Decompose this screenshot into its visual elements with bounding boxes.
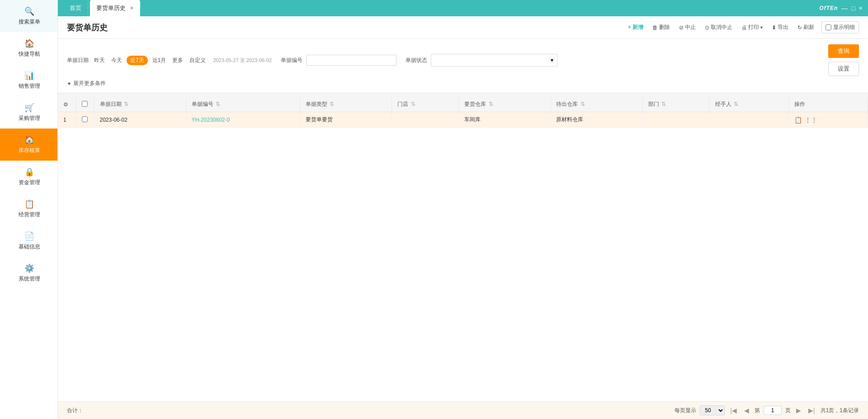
display-detail-checkbox[interactable] (826, 24, 831, 30)
sales-icon: 📊 (24, 71, 34, 81)
doc-no-input[interactable] (306, 55, 396, 66)
finance-icon: 🔒 (24, 167, 34, 177)
sidebar-item-finance-mgmt[interactable]: 🔒 资金管理 (0, 161, 57, 193)
sys-mgmt-icon: ⚙️ (24, 263, 34, 273)
row-doc-date: 2023-06-02 (94, 112, 186, 128)
per-page-select[interactable]: 20 50 100 200 (700, 405, 725, 415)
row-action-container: 📋 ⋮⋮ (794, 116, 862, 124)
maximize-icon[interactable]: □ (851, 5, 855, 12)
col-header-dept: 部门 ⇅ (642, 97, 709, 112)
sort-handler-icon[interactable]: ⇅ (734, 101, 738, 107)
table-area: ⚙ 单据日期 ⇅ 单据编号 ⇅ 单据类型 (58, 97, 868, 401)
window-close-icon[interactable]: × (859, 5, 863, 12)
date-btn-more[interactable]: 更多 (170, 56, 185, 65)
cancel-stop-button[interactable]: ⊙ 取消中止 (703, 24, 734, 31)
row-checkbox-input[interactable] (82, 116, 88, 122)
date-shortcuts: 昨天 今天 近7天 近1月 更多 自定义 (92, 56, 208, 65)
row-pending-warehouse: 原材料仓库 (551, 112, 642, 128)
print-dropdown-icon[interactable]: ▾ (760, 25, 763, 30)
row-edit-icon[interactable]: 📋 (794, 116, 802, 124)
date-btn-yesterday[interactable]: 昨天 (92, 56, 107, 65)
row-store (392, 112, 459, 128)
sort-req-warehouse-icon[interactable]: ⇅ (489, 101, 493, 107)
sidebar-item-sys-mgmt[interactable]: ⚙️ 系统管理 (0, 257, 57, 289)
status-select[interactable]: ▾ (431, 54, 557, 67)
first-page-btn[interactable]: |◀ (728, 406, 739, 415)
last-page-btn[interactable]: ▶| (807, 406, 817, 415)
expand-row: ✦ 展开更多条件 (67, 80, 859, 87)
doc-no-filter: 单据编号 (281, 55, 396, 66)
sidebar-item-ops-mgmt[interactable]: 📋 经营管理 (0, 193, 57, 225)
row-action: 📋 ⋮⋮ (789, 112, 868, 128)
date-btn-1month[interactable]: 近1月 (151, 56, 168, 65)
row-no: 1 (58, 112, 76, 128)
refresh-button[interactable]: ↻ 刷新 (796, 24, 816, 31)
table-header: ⚙ 单据日期 ⇅ 单据编号 ⇅ 单据类型 (58, 97, 868, 112)
search-menu-icon: 🔍 (24, 6, 34, 16)
col-header-handler: 经手人 ⇅ (709, 97, 789, 112)
print-icon: 🖨 (741, 24, 747, 31)
close-tab-icon[interactable]: × (130, 5, 133, 11)
tab-home[interactable]: 首页 (63, 0, 88, 16)
col-header-store: 门店 ⇅ (392, 97, 459, 112)
stop-button[interactable]: ⊘ 中止 (677, 24, 698, 31)
new-button[interactable]: + 新增 (626, 24, 645, 31)
topbar-right: OfTEn — □ × (819, 5, 863, 12)
row-handler (709, 112, 789, 128)
next-page-btn[interactable]: ▶ (794, 406, 803, 415)
doc-no-link[interactable]: YH-20230602-0 (192, 117, 230, 123)
col-header-doc-no: 单据编号 ⇅ (186, 97, 300, 112)
display-detail-button[interactable]: 显示明细 (821, 21, 859, 33)
page-summary: 共1页，1条记录 (821, 407, 859, 414)
sort-doc-no-icon[interactable]: ⇅ (216, 101, 220, 107)
page-input[interactable] (764, 406, 782, 415)
select-all-checkbox[interactable] (82, 101, 88, 107)
toolbar: + 新增 🗑 删除 ⊘ 中止 ⊙ 取消中止 🖨 打印 ▾ (626, 21, 859, 33)
sort-dept-icon[interactable]: ⇅ (661, 101, 666, 107)
delete-icon: 🗑 (652, 24, 658, 31)
total-label: 合计： (67, 407, 83, 414)
settings-column-icon[interactable]: ⚙ (58, 97, 76, 112)
print-button[interactable]: 🖨 打印 ▾ (740, 24, 764, 31)
header-row: ⚙ 单据日期 ⇅ 单据编号 ⇅ 单据类型 (58, 97, 868, 112)
date-filter-label: 单据日期 (67, 57, 89, 64)
date-btn-7days[interactable]: 近7天 (127, 56, 148, 65)
col-header-doc-type: 单据类型 ⇅ (300, 97, 392, 112)
sidebar-item-purchase-mgmt[interactable]: 🛒 采购管理 (0, 96, 57, 129)
sidebar-item-quick-nav[interactable]: 🏠 快捷导航 (0, 32, 57, 64)
sidebar-item-search-menu[interactable]: 🔍 搜索菜单 (0, 0, 57, 32)
topbar: 首页 要货单历史 × OfTEn — □ × (58, 0, 868, 16)
table-footer: 合计： 每页显示 20 50 100 200 |◀ ◀ 第 页 ▶ ▶| 共1页… (58, 401, 868, 419)
doc-no-label: 单据编号 (281, 57, 302, 64)
row-more-icon[interactable]: ⋮⋮ (805, 116, 817, 124)
col-header-req-warehouse: 要货仓库 ⇅ (459, 97, 551, 112)
minimize-icon[interactable]: — (841, 5, 848, 12)
content-area: 要货单历史 + 新增 🗑 删除 ⊘ 中止 ⊙ 取消中止 🖨 (58, 16, 868, 419)
sidebar-item-sales-mgmt[interactable]: 📊 销售管理 (0, 64, 57, 96)
ops-icon: 📋 (24, 199, 34, 209)
row-dept (642, 112, 709, 128)
brand-label: OfTEn (819, 5, 838, 11)
query-button[interactable]: 查询 (828, 44, 859, 58)
quick-nav-icon: 🏠 (24, 38, 34, 48)
setting-button[interactable]: 设置 (828, 62, 859, 76)
tab-active[interactable]: 要货单历史 × (90, 0, 140, 16)
prev-page-btn[interactable]: ◀ (742, 406, 751, 415)
page-header: 要货单历史 + 新增 🗑 删除 ⊘ 中止 ⊙ 取消中止 🖨 (58, 16, 868, 39)
data-table: ⚙ 单据日期 ⇅ 单据编号 ⇅ 单据类型 (58, 97, 868, 128)
col-header-doc-date: 单据日期 ⇅ (94, 97, 186, 112)
sidebar-item-inventory[interactable]: 🏠 库存核算 (0, 129, 57, 161)
sort-doc-date-icon[interactable]: ⇅ (124, 101, 128, 107)
filter-row-1: 单据日期 昨天 今天 近7天 近1月 更多 自定义 2023-05-27 至 2… (67, 44, 859, 76)
delete-button[interactable]: 🗑 删除 (651, 24, 672, 31)
sidebar-item-basic-info[interactable]: 📄 基础信息 (0, 225, 57, 257)
date-btn-today[interactable]: 今天 (109, 56, 124, 65)
date-btn-custom[interactable]: 自定义 (188, 56, 208, 65)
sort-doc-type-icon[interactable]: ⇅ (330, 101, 334, 107)
sort-pending-warehouse-icon[interactable]: ⇅ (580, 101, 585, 107)
row-doc-no: YH-20230602-0 (186, 112, 300, 128)
export-button[interactable]: ⬇ 导出 (770, 24, 790, 31)
sort-store-icon[interactable]: ⇅ (411, 101, 415, 107)
expand-more-btn[interactable]: ✦ 展开更多条件 (67, 80, 859, 87)
table-row[interactable]: 1 2023-06-02 YH-20230602-0 要货单要货 车间库 原材料… (58, 112, 868, 128)
